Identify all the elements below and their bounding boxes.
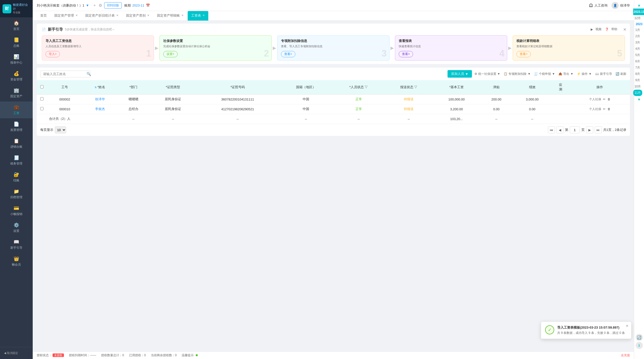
video-icon[interactable]: ▶ (591, 28, 593, 31)
sidebar: 财 畅捷通好会计 专业版 🏠首页📒总账📊报表中心💰资金管理🏢固定资产💼工资📄发票… (0, 0, 33, 359)
row-name-link-0[interactable]: 徐泽华 (95, 97, 105, 101)
month-item-5月[interactable]: 5月 (633, 52, 642, 58)
col-header-report-status[interactable]: 报送状态 ▽ (384, 80, 433, 94)
sidebar-item-archive[interactable]: 📁归档管理 (0, 186, 33, 202)
tab-payroll-table[interactable]: 工资表✕ (188, 11, 208, 21)
toolbar-action-export[interactable]: 📤导出▼ (558, 72, 573, 76)
help-icon[interactable]: ❓ (605, 28, 609, 31)
sidebar-item-expense[interactable]: 💳小畅报销 (0, 202, 33, 219)
month-item-7月[interactable]: 7月 (633, 65, 642, 71)
month-item-4月[interactable]: 4月 (633, 46, 642, 52)
sidebar-item-invoices[interactable]: 📄发票管理 (0, 118, 33, 135)
search-input[interactable] (40, 71, 91, 77)
sidebar-item-sales[interactable]: 📋进销台账 (0, 135, 33, 152)
prev-page-button[interactable]: ◀ (556, 126, 564, 133)
month-item-12月[interactable]: 12月 (633, 15, 642, 21)
sidebar-item-home[interactable]: 🏠首页 (0, 17, 33, 34)
logo-icon: 财 (3, 4, 11, 13)
first-page-button[interactable]: ⏮ (548, 126, 555, 133)
account-info: 刘小艳演示账套（勿删勿动！）1 ▼ (37, 3, 89, 8)
month-item-8月[interactable]: 8月 (633, 71, 642, 77)
month-item-11月[interactable]: 11月 (633, 90, 642, 96)
toolbar-action-more-ops[interactable]: ⚡操作▼ (577, 72, 592, 76)
tab-asset-detail[interactable]: 固定资产明细账✕ (153, 11, 187, 21)
row-delete-icon-0[interactable]: 🗑 (608, 97, 611, 101)
cancel-fixed-button[interactable]: ◀ 取消固定 (3, 350, 30, 356)
account-dropdown-icon[interactable]: ▼ (86, 4, 89, 7)
toolbar-action-social-insurance[interactable]: ⚙统一社保设置▼ (474, 72, 500, 76)
toast-close-button[interactable]: ✕ (626, 324, 629, 328)
add-account-icon[interactable]: ＋ (93, 3, 97, 8)
sidebar-item-payroll[interactable]: 💼工资 (0, 101, 33, 118)
video-label[interactable]: 视频 (595, 27, 601, 31)
tab-asset-category[interactable]: 固定资产类别✕ (123, 11, 153, 21)
col-header-name[interactable]: ⇅ *姓名 (83, 80, 117, 94)
topbar: 刘小艳演示账套（勿删勿动！）1 ▼ ＋ ⚙ 切到旧版 账期 2023-11 📅 … (33, 0, 634, 11)
sidebar-item-close[interactable]: 🔐结账 (0, 169, 33, 186)
step-btn-4[interactable]: 查看> (399, 51, 413, 57)
calendar-icon[interactable]: 📅 (146, 4, 150, 7)
sidebar-item-settings[interactable]: ⚙️设置 (0, 219, 33, 236)
step-btn-1[interactable]: 导入> (46, 51, 60, 57)
row-delete-icon-1[interactable]: 🗑 (608, 107, 611, 111)
tab-fixed-assets-mgmt[interactable]: 固定资产管理✕ (51, 11, 81, 21)
row-select-0[interactable] (40, 97, 44, 100)
sidebar-item-funds[interactable]: 💰资金管理 (0, 68, 33, 85)
tab-depreciation[interactable]: 固定资产折旧统计表✕ (82, 11, 122, 21)
step-btn-2[interactable]: 设置> (163, 51, 178, 57)
wizard-step-4: 查看报表 快速查看统计信息 查看> 4 (395, 35, 507, 61)
panel-up-arrow[interactable]: ▲ (637, 3, 641, 7)
page-size-select[interactable]: 10 20 50 (55, 126, 66, 133)
go-fill-button[interactable]: 去充值 (621, 353, 630, 357)
switch-version-button[interactable]: 切到旧版 (104, 2, 122, 9)
panel-info-icon[interactable]: ℹ (636, 342, 643, 349)
sidebar-item-ledger[interactable]: 📒总账 (0, 34, 33, 51)
sidebar-item-fixed-assets[interactable]: 🏢固定资产 (0, 85, 33, 101)
month-item-10月[interactable]: 10月 (633, 83, 642, 90)
settings-icon[interactable]: ⚙ (99, 3, 102, 8)
month-item-9月[interactable]: 9月 (633, 77, 642, 83)
row-action-text-1[interactable]: 个人社保 (589, 107, 601, 111)
toolbar-action-refresh[interactable]: 🔄刷新 (616, 72, 626, 76)
month-item-6月[interactable]: 6月 (633, 58, 642, 65)
month-item-2月[interactable]: 2月 (633, 33, 642, 39)
tab-home[interactable]: 首页 (37, 11, 50, 21)
add-person-button[interactable]: 添加人员 ▼ (448, 70, 472, 78)
sidebar-item-reports[interactable]: 📊报表中心 (0, 51, 33, 68)
tab-close-fixed-assets-mgmt[interactable]: ✕ (75, 14, 78, 17)
panel-down-arrow[interactable]: ▼ (637, 97, 641, 101)
row-action-text-0[interactable]: 个人社保 (589, 97, 601, 101)
row-select-1[interactable] (40, 107, 44, 110)
col-header-emp-status[interactable]: *人员状态 ▽ (333, 80, 384, 94)
month-item-3月[interactable]: 3月 (633, 39, 642, 46)
table-row: 000010 李俊杰 总经办 居民身份证 412702198206290521 … (37, 104, 630, 114)
sidebar-item-member[interactable]: 👑畅会员 (0, 253, 33, 270)
select-all-checkbox[interactable] (40, 85, 44, 88)
page-suffix: 页 (581, 128, 585, 132)
sidebar-label-close: 结账 (13, 178, 19, 183)
next-page-button[interactable]: ▶ (586, 126, 593, 133)
toolbar-action-special-deduct[interactable]: 📋专项附加扣除▼ (504, 72, 531, 76)
tab-close-asset-category[interactable]: ✕ (147, 14, 149, 17)
sidebar-item-guide[interactable]: 📖新手引导 (0, 236, 33, 253)
support-btn[interactable]: 🎧 人工咨询 (589, 3, 608, 8)
step-btn-5[interactable]: 查看> (516, 51, 531, 57)
row-edit-icon-1[interactable]: ✏ (603, 107, 606, 111)
month-item-1月[interactable]: 1月 (633, 27, 642, 33)
step-btn-3[interactable]: 查看> (281, 51, 295, 57)
row-name-link-1[interactable]: 李俊杰 (95, 107, 105, 111)
wizard-close-button[interactable]: ✕ (623, 27, 626, 32)
sidebar-item-tax[interactable]: 🧾税务管理 (0, 152, 33, 169)
sort-icon: ⇅ (95, 86, 97, 89)
tab-close-depreciation[interactable]: ✕ (116, 14, 118, 17)
page-number-input[interactable] (570, 126, 580, 133)
row-edit-icon-0[interactable]: ✏ (603, 97, 606, 101)
home-icon: 🏠 (14, 20, 19, 26)
toolbar-action-personal-tax[interactable]: 🧾个税申报▼ (534, 72, 555, 76)
tab-close-payroll-table[interactable]: ✕ (203, 14, 205, 17)
last-page-button[interactable]: ⏭ (595, 126, 602, 133)
tab-close-asset-detail[interactable]: ✕ (181, 14, 184, 17)
panel-refresh-icon[interactable]: 🔄 (636, 334, 643, 341)
help-label[interactable]: 帮助 (611, 27, 617, 31)
toolbar-action-guide-btn[interactable]: 📖新手引导 (595, 72, 612, 76)
